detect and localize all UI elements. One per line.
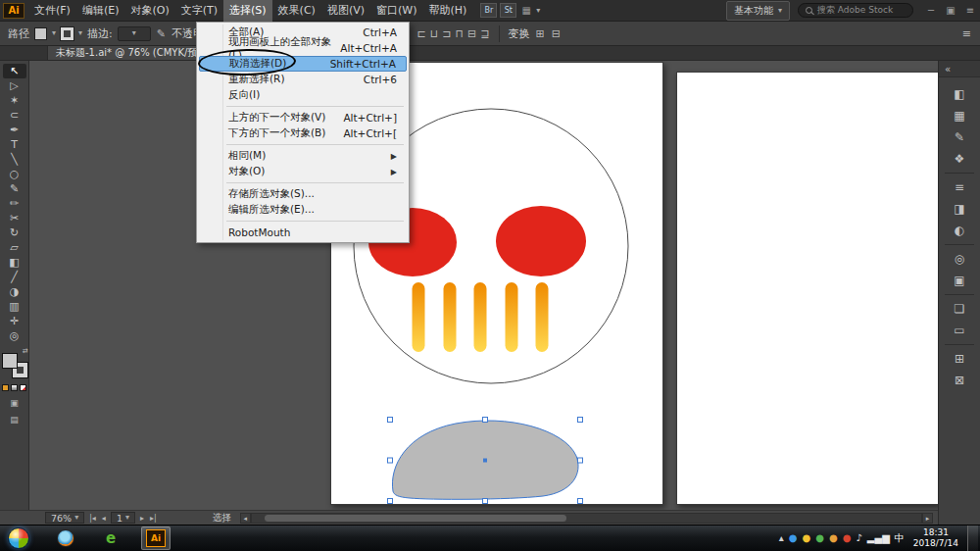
start-button[interactable] (8, 527, 29, 549)
artboards-panel-icon[interactable]: ▭ (947, 320, 972, 341)
tray-safe-icon[interactable]: ● (815, 533, 824, 543)
window-restore-icon[interactable]: ▣ (943, 5, 958, 16)
magic-wand-tool[interactable]: ✶ (3, 93, 26, 108)
tray-ime-icon[interactable]: 中 (895, 533, 905, 543)
tray-network-icon[interactable]: ▂▄▆ (867, 533, 890, 543)
skull-eye-right[interactable] (496, 206, 586, 276)
show-desktop-button[interactable] (967, 526, 978, 551)
line-segment-tool[interactable]: ╲ (3, 152, 26, 167)
fill-stroke-control[interactable]: ⇄ (2, 351, 27, 377)
menubar-item-file[interactable]: 文件(F) (28, 0, 76, 22)
artboard-number-box[interactable]: 1 ▾ (111, 512, 135, 524)
ellipse-tool[interactable]: ○ (3, 167, 26, 181)
first-artboard-button[interactable]: |◂ (88, 514, 97, 523)
color-chip-button[interactable] (2, 384, 9, 391)
direct-selection-tool[interactable]: ▷ (3, 78, 26, 93)
gradient-tool[interactable]: ◧ (3, 255, 26, 270)
menu-item-deselect[interactable]: 取消选择(D)Shift+Ctrl+A (199, 56, 407, 72)
color-panel-icon[interactable]: ◧ (947, 83, 972, 105)
bridge-icon[interactable]: Br (480, 3, 497, 18)
skull-tooth-1[interactable] (413, 282, 425, 352)
fill-proxy-swatch[interactable] (2, 353, 18, 369)
gradient-panel-icon[interactable]: ◨ (947, 198, 972, 220)
selection-center-point[interactable] (483, 459, 487, 463)
paintbrush-tool[interactable]: ✎ (3, 181, 26, 196)
align-right-icon[interactable]: ⊐ (442, 27, 451, 40)
pathfinder-panel-icon[interactable]: ⊠ (947, 370, 972, 391)
menubar-item-effect[interactable]: 效果(C) (272, 0, 321, 22)
lasso-tool[interactable]: ⊂ (3, 108, 26, 123)
scrollbar-thumb[interactable] (265, 515, 565, 522)
menubar-item-window[interactable]: 窗口(W) (370, 0, 422, 22)
menubar-item-help[interactable]: 帮助(H) (422, 0, 472, 22)
column-graph-tool[interactable]: ▥ (3, 299, 26, 314)
scroll-left-icon[interactable]: ◂ (240, 513, 251, 524)
type-tool[interactable]: T (3, 137, 26, 152)
appearance-panel-icon[interactable]: ◎ (947, 248, 972, 270)
none-chip-button[interactable] (20, 384, 26, 391)
skull-tooth-5[interactable] (536, 282, 549, 352)
menubar-panel-menu-icon[interactable]: ≡ (962, 5, 978, 16)
taskbar-illustrator-button[interactable]: Ai (141, 526, 171, 550)
scissors-tool[interactable]: ✂ (3, 211, 26, 225)
menubar-item-type[interactable]: 文字(T) (175, 0, 223, 22)
menu-item-object[interactable]: 对象(O)▶ (199, 164, 407, 179)
selection-handle[interactable] (483, 499, 488, 504)
brush-definition-icon[interactable]: ✎ (156, 27, 167, 40)
align-left-icon[interactable]: ⊏ (416, 27, 425, 40)
taskbar-firefox-button[interactable] (51, 526, 80, 550)
menubar-item-object[interactable]: 对象(O) (124, 0, 174, 22)
shape-mode-icon[interactable]: ⊟ (551, 27, 562, 40)
arrange-documents-icon[interactable]: ▦ (518, 5, 534, 16)
graphic-styles-panel-icon[interactable]: ▣ (947, 270, 972, 291)
taskbar-clock[interactable]: 18:31 2018/7/14 (913, 527, 958, 550)
zoom-tool[interactable]: ◎ (3, 328, 26, 343)
transform-grid-icon[interactable]: ⊞ (535, 27, 546, 40)
screen-mode-icon[interactable]: ▤ (10, 415, 19, 425)
scrollbar-track[interactable] (251, 513, 922, 524)
eyedropper-tool[interactable]: ╱ (3, 270, 26, 284)
scale-tool[interactable]: ▱ (3, 240, 26, 255)
tray-show-hidden-icon[interactable]: ▴ (779, 533, 784, 543)
arrange-caret-icon[interactable]: ▾ (536, 7, 540, 15)
stroke-panel-icon[interactable]: ≡ (947, 176, 972, 198)
tray-volume-icon[interactable]: ♪ (856, 533, 861, 543)
selection-handle[interactable] (388, 458, 393, 463)
fill-caret-icon[interactable]: ▾ (52, 29, 56, 37)
menubar-item-select[interactable]: 选择(S) (223, 0, 272, 22)
menu-item-robotmouth[interactable]: RobotMouth (199, 225, 407, 240)
swatches-panel-icon[interactable]: ▦ (947, 105, 972, 126)
artboard-2[interactable] (676, 72, 938, 505)
blend-tool[interactable]: ◑ (3, 284, 26, 299)
rotate-tool[interactable]: ↻ (3, 225, 26, 240)
horizontal-scrollbar[interactable]: ◂ ▸ (240, 513, 933, 524)
menu-item-reselect[interactable]: 重新选择(R)Ctrl+6 (199, 72, 407, 87)
stock-icon[interactable]: St (500, 3, 516, 18)
menu-item-inverse[interactable]: 反向(I) (199, 87, 407, 103)
skull-tooth-3[interactable] (474, 282, 487, 352)
pen-tool[interactable]: ✒ (3, 123, 26, 137)
selection-handle[interactable] (483, 418, 488, 423)
next-artboard-button[interactable]: ▸ (139, 514, 145, 523)
zoom-level-control[interactable]: 76% ▾ (45, 512, 84, 524)
layers-panel-icon[interactable]: ❏ (947, 298, 972, 320)
selection-handle[interactable] (388, 499, 393, 504)
brushes-panel-icon[interactable]: ✎ (947, 126, 972, 148)
taskbar-browser-button[interactable]: e (96, 526, 125, 550)
drawing-mode-icon[interactable]: ▣ (10, 398, 19, 408)
skull-tooth-2[interactable] (444, 282, 457, 352)
stroke-weight-box[interactable]: ▾ (118, 26, 151, 41)
transparency-panel-icon[interactable]: ◐ (947, 220, 972, 241)
swap-fill-stroke-icon[interactable]: ⇄ (23, 347, 28, 355)
pencil-tool[interactable]: ✏ (3, 196, 26, 211)
last-artboard-button[interactable]: ▸| (149, 514, 158, 523)
fill-color-swatch[interactable] (34, 27, 47, 40)
gradient-chip-button[interactable] (11, 384, 18, 391)
menu-item-next-object-above[interactable]: 上方的下一个对象(V)Alt+Ctrl+] (199, 110, 407, 125)
align-top-icon[interactable]: ⊓ (455, 27, 464, 40)
scroll-right-icon[interactable]: ▸ (922, 513, 933, 524)
menu-item-edit-selection[interactable]: 编辑所选对象(E)... (199, 202, 407, 218)
tray-app-blue-icon[interactable]: ● (789, 533, 798, 543)
controlbar-panel-menu-icon[interactable]: ≡ (961, 27, 972, 40)
menu-item-same[interactable]: 相同(M)▶ (199, 148, 407, 164)
